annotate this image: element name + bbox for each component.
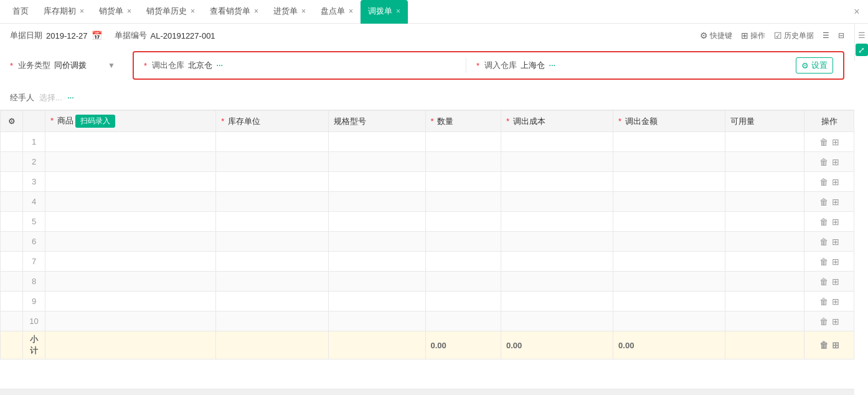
horizontal-scrollbar[interactable] xyxy=(0,389,854,395)
row-unit[interactable] xyxy=(216,292,328,312)
row-cost[interactable] xyxy=(501,292,613,312)
subtotal-delete-icon[interactable]: 🗑 xyxy=(819,340,828,350)
row-unit[interactable] xyxy=(216,272,328,292)
row-delete-icon[interactable]: 🗑 xyxy=(819,237,828,247)
row-available[interactable] xyxy=(725,272,804,292)
row-delete-icon[interactable]: 🗑 xyxy=(819,157,828,167)
row-available[interactable] xyxy=(725,212,804,232)
row-qty[interactable] xyxy=(425,192,501,212)
tab-inventory-init[interactable]: 库存期初 × xyxy=(36,0,92,24)
row-copy-icon[interactable]: ⊞ xyxy=(832,257,839,267)
row-spec[interactable] xyxy=(328,252,425,272)
row-product[interactable] xyxy=(45,132,216,152)
in-warehouse-value[interactable]: 上海仓 xyxy=(521,60,545,71)
row-available[interactable] xyxy=(725,192,804,212)
tab-sales-order[interactable]: 销货单 × xyxy=(92,0,139,24)
row-spec[interactable] xyxy=(328,292,425,312)
row-spec[interactable] xyxy=(328,192,425,212)
tab-close-inventory-init[interactable]: × xyxy=(80,7,84,16)
row-qty[interactable] xyxy=(425,292,501,312)
row-copy-icon[interactable]: ⊞ xyxy=(832,157,839,167)
row-available[interactable] xyxy=(725,252,804,272)
row-delete-icon[interactable]: 🗑 xyxy=(819,137,828,147)
row-qty[interactable] xyxy=(425,132,501,152)
layout-grid-button[interactable]: ⊟ xyxy=(838,31,844,40)
row-unit[interactable] xyxy=(216,192,328,212)
row-spec[interactable] xyxy=(328,312,425,331)
row-product[interactable] xyxy=(45,312,216,331)
row-cost[interactable] xyxy=(501,152,613,172)
out-warehouse-value[interactable]: 北京仓 xyxy=(188,60,212,71)
shortcut-button[interactable]: ⚙ 快捷键 xyxy=(700,31,732,41)
layout-list-button[interactable]: ☰ xyxy=(823,31,829,40)
row-spec[interactable] xyxy=(328,272,425,292)
agent-select[interactable]: 选择... xyxy=(39,92,62,103)
row-product[interactable] xyxy=(45,292,216,312)
subtotal-add-icon[interactable]: ⊞ xyxy=(832,340,839,350)
row-cost[interactable] xyxy=(501,252,613,272)
row-qty[interactable] xyxy=(425,312,501,331)
row-amount[interactable] xyxy=(613,172,725,192)
tab-close-sales-history[interactable]: × xyxy=(191,7,195,16)
row-product[interactable] xyxy=(45,232,216,252)
row-amount[interactable] xyxy=(613,312,725,331)
row-cost[interactable] xyxy=(501,212,613,232)
row-cost[interactable] xyxy=(501,232,613,252)
row-delete-icon[interactable]: 🗑 xyxy=(819,297,828,307)
row-delete-icon[interactable]: 🗑 xyxy=(819,177,828,187)
tab-purchase[interactable]: 进货单 × xyxy=(266,0,313,24)
calendar-icon[interactable]: 📅 xyxy=(92,31,102,40)
out-warehouse-dots[interactable]: ··· xyxy=(216,60,222,71)
row-copy-icon[interactable]: ⊞ xyxy=(832,316,839,326)
row-delete-icon[interactable]: 🗑 xyxy=(819,197,828,207)
row-copy-icon[interactable]: ⊞ xyxy=(832,297,839,307)
tab-close-stocktake[interactable]: × xyxy=(349,7,353,16)
row-cost[interactable] xyxy=(501,172,613,192)
row-spec[interactable] xyxy=(328,172,425,192)
row-spec[interactable] xyxy=(328,152,425,172)
tab-stocktake[interactable]: 盘点单 × xyxy=(313,0,361,24)
row-unit[interactable] xyxy=(216,132,328,152)
row-qty[interactable] xyxy=(425,232,501,252)
row-product[interactable] xyxy=(45,172,216,192)
row-delete-icon[interactable]: 🗑 xyxy=(819,217,828,227)
tab-close-sales-order[interactable]: × xyxy=(127,7,131,16)
tab-view-sales[interactable]: 查看销货单 × xyxy=(202,0,266,24)
row-unit[interactable] xyxy=(216,172,328,192)
row-amount[interactable] xyxy=(613,232,725,252)
row-delete-icon[interactable]: 🗑 xyxy=(819,316,828,326)
row-qty[interactable] xyxy=(425,152,501,172)
biz-value[interactable]: 同价调拨 xyxy=(54,60,104,71)
row-copy-icon[interactable]: ⊞ xyxy=(832,277,839,287)
row-available[interactable] xyxy=(725,312,804,331)
row-available[interactable] xyxy=(725,292,804,312)
row-spec[interactable] xyxy=(328,232,425,252)
row-unit[interactable] xyxy=(216,212,328,232)
row-amount[interactable] xyxy=(613,192,725,212)
row-amount[interactable] xyxy=(613,132,725,152)
row-product[interactable] xyxy=(45,152,216,172)
sidebar-doc-icon[interactable]: ☰ xyxy=(856,29,868,41)
row-qty[interactable] xyxy=(425,272,501,292)
tab-close-transfer[interactable]: × xyxy=(396,7,400,16)
row-unit[interactable] xyxy=(216,312,328,331)
row-amount[interactable] xyxy=(613,212,725,232)
row-cost[interactable] xyxy=(501,192,613,212)
row-qty[interactable] xyxy=(425,212,501,232)
tab-transfer[interactable]: 调拨单 × xyxy=(361,0,408,24)
tab-home[interactable]: 首页 xyxy=(5,0,36,24)
row-unit[interactable] xyxy=(216,152,328,172)
settings-gear-icon[interactable]: ⚙ xyxy=(8,117,16,126)
biz-dropdown-icon[interactable]: ▼ xyxy=(108,61,115,70)
scan-button[interactable]: 扫码录入 xyxy=(75,115,115,128)
tab-sales-history[interactable]: 销货单历史 × xyxy=(139,0,202,24)
in-warehouse-dots[interactable]: ··· xyxy=(549,60,555,71)
row-cost[interactable] xyxy=(501,132,613,152)
row-delete-icon[interactable]: 🗑 xyxy=(819,257,828,267)
row-available[interactable] xyxy=(725,132,804,152)
row-copy-icon[interactable]: ⊞ xyxy=(832,237,839,247)
row-amount[interactable] xyxy=(613,252,725,272)
setting-button[interactable]: ⚙ 设置 xyxy=(796,57,833,74)
row-delete-icon[interactable]: 🗑 xyxy=(819,277,828,287)
row-product[interactable] xyxy=(45,252,216,272)
